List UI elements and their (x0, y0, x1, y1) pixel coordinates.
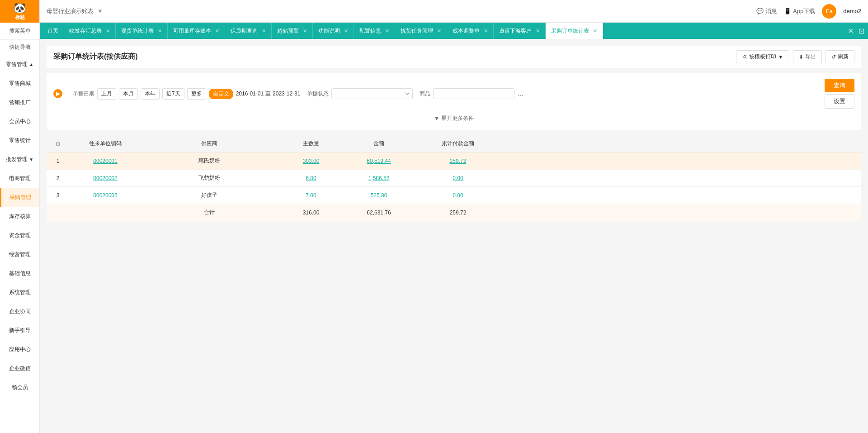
paid-link-3[interactable]: 0.00 (453, 192, 463, 199)
paid-link-1[interactable]: 259.72 (450, 158, 467, 164)
filter-right-actions: 查询 设置 (825, 79, 854, 109)
status-select[interactable] (331, 88, 413, 99)
close-tab-invite-downstream[interactable]: ✕ (536, 28, 540, 34)
print-icon: 🖨 (742, 54, 747, 60)
tab-collection[interactable]: 收发存汇总表 ✕ (64, 23, 116, 39)
close-tab-expiry-query[interactable]: ✕ (262, 28, 266, 34)
tab-inventory-book[interactable]: 可用量库存账本 ✕ (168, 23, 225, 39)
close-tab-action[interactable]: ✕ (846, 25, 855, 37)
cell-num-3: 3 (47, 187, 69, 204)
date-btn-this-year[interactable]: 本年 (141, 88, 160, 100)
close-tab-config[interactable]: ✕ (385, 28, 389, 34)
sidebar-item-retail-stats[interactable]: 零售统计 (0, 131, 39, 150)
maximize-tab-action[interactable]: ⊡ (857, 25, 866, 37)
col-header-num: ⚙ (47, 135, 69, 152)
code-link-2[interactable]: 00020002 (93, 175, 117, 181)
page-title: 采购订单统计表(按供应商) (53, 52, 138, 62)
amount-link-1[interactable]: 60,519.44 (367, 158, 391, 164)
template-print-button[interactable]: 🖨 按模板打印 ▼ (736, 50, 789, 63)
col-header-amount: 金额 (345, 135, 413, 152)
goods-more-icon[interactable]: ... (517, 90, 523, 98)
sidebar-item-ecommerce[interactable]: 电商管理 (0, 169, 39, 188)
sidebar-quick-nav[interactable]: 快捷导航 (0, 40, 39, 55)
filter-toggle-arrow[interactable]: ▶ (53, 89, 62, 98)
sidebar-item-newbie[interactable]: 新手引导 (0, 321, 39, 340)
date-btn-more[interactable]: 更多 (187, 88, 206, 100)
close-tab-purchase-stats[interactable]: ✕ (593, 28, 597, 34)
cell-amount-1: 60,519.44 (345, 152, 413, 170)
tab-purchase-stats[interactable]: 采购订单统计表 ✕ (546, 23, 603, 39)
close-tab-goods-stats[interactable]: ✕ (158, 28, 162, 34)
sidebar-search[interactable]: 搜索英单 (0, 23, 39, 40)
date-separator: 至 (265, 90, 271, 98)
username-label: demo2 (843, 8, 861, 14)
sidebar-item-retail[interactable]: 零售管理 ▲ (0, 55, 39, 74)
tab-goods-stats[interactable]: 要货单统计表 ✕ (116, 23, 168, 39)
code-link-1[interactable]: 00020001 (93, 158, 117, 164)
tab-expiry-query[interactable]: 保质期查询 ✕ (225, 23, 272, 39)
close-tab-collection[interactable]: ✕ (106, 28, 110, 34)
tab-pick-task[interactable]: 拣货任务管理 ✕ (395, 23, 447, 39)
filter-row: ▶ 单据日期 上月 本月 本年 近7天 更多 自定义 2016-01-01 至 (53, 79, 854, 109)
date-btn-7days[interactable]: 近7天 (162, 88, 184, 100)
close-tab-pick-task[interactable]: ✕ (437, 28, 441, 34)
close-tab-overstock-warning[interactable]: ✕ (303, 28, 307, 34)
user-avatar[interactable]: Ea (822, 4, 836, 19)
sidebar-item-system[interactable]: 系统管理 (0, 283, 39, 302)
cell-qty-1: 303.00 (277, 152, 345, 170)
export-button[interactable]: ⬇ 导出 (793, 50, 822, 63)
query-button[interactable]: 查询 (825, 79, 854, 92)
qty-link-1[interactable]: 303.00 (303, 158, 320, 164)
date-btn-custom[interactable]: 自定义 (209, 89, 233, 99)
sidebar-item-vip[interactable]: 畅会员 (0, 378, 39, 397)
close-tab-inventory-book[interactable]: ✕ (215, 28, 219, 34)
tab-function-desc[interactable]: 功能说明 ✕ (313, 23, 354, 39)
date-start: 2016-01-01 (236, 90, 264, 97)
sidebar-item-appstore[interactable]: 应用中心 (0, 340, 39, 359)
tab-config[interactable]: 配置信息 ✕ (354, 23, 395, 39)
goods-input[interactable] (433, 88, 514, 99)
code-link-3[interactable]: 00020005 (93, 192, 117, 199)
qty-link-2[interactable]: 6.00 (306, 175, 316, 181)
settings-button[interactable]: 设置 (825, 94, 854, 109)
sidebar-item-finance[interactable]: 资金管理 (0, 226, 39, 245)
cell-paid-1: 259.72 (413, 152, 503, 170)
refresh-button[interactable]: ↺ 刷新 (826, 50, 854, 63)
sidebar-item-wechat[interactable]: 企业微信 (0, 359, 39, 378)
col-header-qty: 主数量 (277, 135, 345, 152)
date-btn-this-month[interactable]: 本月 (119, 88, 138, 100)
workspace-dropdown-icon[interactable]: ▼ (97, 8, 103, 14)
close-tab-cost-adjust[interactable]: ✕ (484, 28, 488, 34)
col-settings-icon[interactable]: ⚙ (55, 140, 61, 148)
sidebar-logo: 🐼 标题 (0, 0, 39, 23)
sidebar-item-retail-store[interactable]: 零售商城 (0, 74, 39, 93)
cell-extra-2 (503, 170, 861, 187)
col-header-supplier: 供应商 (142, 135, 277, 152)
sidebar-item-enterprise[interactable]: 企业协同 (0, 302, 39, 321)
amount-link-3[interactable]: 525.80 (371, 192, 387, 199)
expand-more-filters[interactable]: ▼ 展开更多条件 (53, 112, 854, 124)
date-btn-last-month[interactable]: 上月 (97, 88, 116, 100)
date-range: 2016-01-01 至 2023-12-31 (236, 90, 301, 98)
amount-link-2[interactable]: 1,586.52 (368, 175, 390, 181)
sidebar-item-inventory[interactable]: 库存核算 (0, 207, 39, 226)
tab-home[interactable]: 首页 (42, 23, 64, 39)
paid-link-2[interactable]: 0.00 (453, 175, 463, 181)
page-header: 采购订单统计表(按供应商) 🖨 按模板打印 ▼ ⬇ 导出 ↺ 刷新 (47, 46, 861, 68)
app-download-button[interactable]: 📱 App下载 (784, 7, 815, 15)
sidebar-item-member[interactable]: 会员中心 (0, 112, 39, 131)
sidebar-item-basic[interactable]: 基础信息 (0, 264, 39, 283)
sidebar-item-purchase[interactable]: 采购管理 (0, 188, 39, 207)
footer-extra (503, 204, 861, 221)
message-button[interactable]: 💬 消息 (756, 7, 777, 15)
tab-cost-adjust[interactable]: 成本调整单 ✕ (447, 23, 494, 39)
sidebar-item-marketing[interactable]: 营销推广 (0, 93, 39, 112)
qty-link-3[interactable]: 7.00 (306, 192, 316, 199)
col-header-code: 往来单位编码 (69, 135, 142, 152)
sidebar-item-wholesale[interactable]: 批发管理 ▼ (0, 150, 39, 169)
tab-overstock-warning[interactable]: 超储预警 ✕ (272, 23, 313, 39)
sidebar-item-operations[interactable]: 经营管理 (0, 245, 39, 264)
tab-invite-downstream[interactable]: 邀请下游客户 ✕ (494, 23, 546, 39)
footer-qty: 316.00 (277, 204, 345, 221)
close-tab-function-desc[interactable]: ✕ (344, 28, 348, 34)
